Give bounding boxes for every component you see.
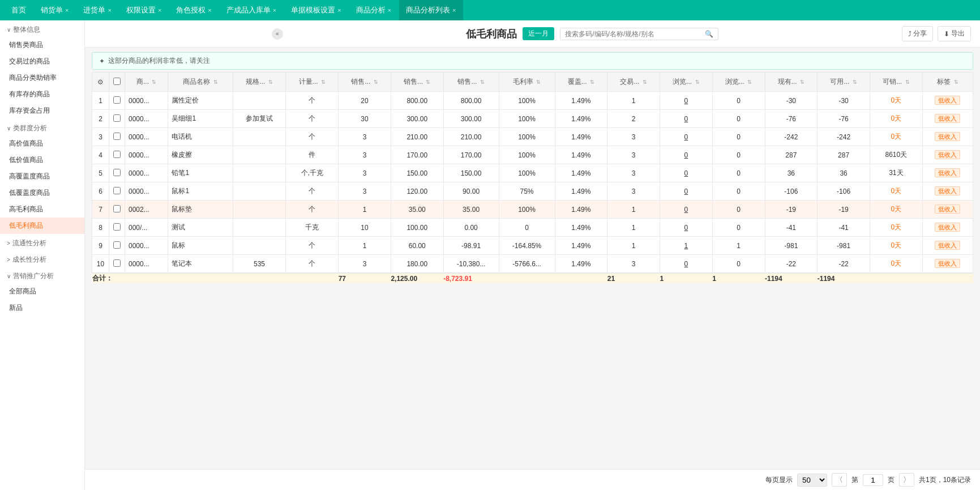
filter-period-button[interactable]: 近一月 xyxy=(523,27,554,40)
sidebar-collapse-button[interactable]: « xyxy=(272,28,283,40)
col-code[interactable]: 商... ⇅ xyxy=(125,73,168,92)
nav-role-auth[interactable]: 角色授权 × xyxy=(169,0,218,20)
sidebar-item-stock-capital[interactable]: 库存资金占用 xyxy=(0,103,84,119)
nav-home[interactable]: 首页 xyxy=(5,0,33,20)
row-sale-qty: 30 xyxy=(339,110,391,128)
close-icon[interactable]: × xyxy=(337,7,341,14)
col-sale-qty[interactable]: 销售... ⇅ xyxy=(339,73,391,92)
col-available[interactable]: 可用... ⇅ xyxy=(818,73,870,92)
page-number-input[interactable] xyxy=(863,474,883,486)
sidebar-group-overall[interactable]: ∨ 整体信息 xyxy=(0,20,84,37)
sidebar-item-high-coverage[interactable]: 高覆盖度商品 xyxy=(0,168,84,185)
close-icon[interactable]: × xyxy=(452,7,456,14)
sidebar-group-flow[interactable]: > 流通性分析 xyxy=(0,234,84,250)
row-name[interactable]: 电话机 xyxy=(168,128,233,146)
row-no: 9 xyxy=(92,237,109,255)
next-page-button[interactable]: 〉 xyxy=(899,473,914,487)
row-name[interactable]: 属性定价 xyxy=(168,92,233,110)
row-checkbox[interactable] xyxy=(109,110,125,128)
row-sellable: 31天 xyxy=(870,164,923,182)
row-sale-qty: 1 xyxy=(339,237,391,255)
sidebar-item-high-margin[interactable]: 高毛利商品 xyxy=(0,201,84,218)
nav-sales-order[interactable]: 销货单 × xyxy=(34,0,75,20)
col-sellable[interactable]: 可销... ⇅ xyxy=(870,73,923,92)
row-checkbox[interactable] xyxy=(109,182,125,201)
row-checkbox[interactable] xyxy=(109,164,125,182)
search-input[interactable] xyxy=(565,30,705,38)
per-page-select[interactable]: 50 10 20 100 xyxy=(797,474,827,487)
row-view1: 0 xyxy=(660,255,713,274)
row-name[interactable]: 测试 xyxy=(168,219,233,237)
share-button[interactable]: ⤴ 分享 xyxy=(902,26,933,41)
sidebar-item-traded-products[interactable]: 交易过的商品 xyxy=(0,53,84,70)
col-trade[interactable]: 交易... ⇅ xyxy=(607,73,660,92)
row-code: 0000... xyxy=(125,110,168,128)
export-button[interactable]: ⬇ 导出 xyxy=(938,26,971,41)
nav-purchase-order[interactable]: 进货单 × xyxy=(76,0,118,20)
row-current: -22 xyxy=(765,255,818,274)
col-view1[interactable]: 浏览... ⇅ xyxy=(660,73,713,92)
table-row: 9 0000... 鼠标 个 1 60.00 -98.91 -164.85% 1… xyxy=(92,237,973,255)
row-name[interactable]: 鼠标1 xyxy=(168,182,233,201)
row-name[interactable]: 吴细细1 xyxy=(168,110,233,128)
close-icon[interactable]: × xyxy=(108,7,111,14)
col-coverage[interactable]: 覆盖... ⇅ xyxy=(555,73,607,92)
sidebar-item-all-products[interactable]: 全部商品 xyxy=(0,283,84,300)
sidebar-item-low-margin[interactable]: 低毛利商品 xyxy=(0,218,84,234)
select-all-checkbox[interactable] xyxy=(113,78,121,85)
row-name[interactable]: 鼠标垫 xyxy=(168,201,233,219)
col-unit[interactable]: 计量... ⇅ xyxy=(286,73,339,92)
col-checkbox[interactable] xyxy=(109,73,125,92)
row-sale-profit: 90.00 xyxy=(443,182,499,201)
pagination-bar: 每页显示 50 10 20 100 〈 第 页 〉 共1页，10条记录 xyxy=(85,469,980,490)
col-settings[interactable]: ⚙ xyxy=(92,73,109,92)
sidebar-item-category-rate[interactable]: 商品分类助销率 xyxy=(0,70,84,86)
sidebar-item-low-value[interactable]: 低价值商品 xyxy=(0,152,84,168)
col-name[interactable]: 商品名称 ⇅ xyxy=(168,73,233,92)
row-checkbox[interactable] xyxy=(109,92,125,110)
col-gross-rate[interactable]: 毛利率 ⇅ xyxy=(499,73,555,92)
sidebar-item-new-products[interactable]: 新品 xyxy=(0,300,84,316)
row-name[interactable]: 鼠标 xyxy=(168,237,233,255)
nav-permission[interactable]: 权限设置 × xyxy=(119,0,168,20)
row-name[interactable]: 铅笔1 xyxy=(168,164,233,182)
sidebar-item-stock-products[interactable]: 有库存的商品 xyxy=(0,86,84,103)
row-checkbox[interactable] xyxy=(109,255,125,274)
col-spec[interactable]: 规格... ⇅ xyxy=(233,73,286,92)
col-sale-profit[interactable]: 销售... ⇅ xyxy=(443,73,499,92)
sidebar-item-sales-products[interactable]: 销售类商品 xyxy=(0,37,84,53)
row-tag: 低收入 xyxy=(922,182,973,201)
close-icon[interactable]: × xyxy=(388,7,391,14)
nav-product-analysis-list[interactable]: 商品分析列表 × xyxy=(399,0,463,20)
nav-product-in[interactable]: 产成品入库单 × xyxy=(220,0,283,20)
col-current[interactable]: 现有... ⇅ xyxy=(765,73,818,92)
sidebar-group-growth[interactable]: > 成长性分析 xyxy=(0,250,84,267)
col-sale-amt[interactable]: 销售... ⇅ xyxy=(391,73,443,92)
sidebar-item-high-value[interactable]: 高价值商品 xyxy=(0,135,84,152)
row-spec xyxy=(233,182,286,201)
row-checkbox[interactable] xyxy=(109,219,125,237)
close-icon[interactable]: × xyxy=(273,7,276,14)
row-sale-profit: 210.00 xyxy=(443,128,499,146)
per-page-label: 每页显示 xyxy=(765,475,793,485)
nav-template[interactable]: 单据模板设置 × xyxy=(284,0,348,20)
row-checkbox[interactable] xyxy=(109,128,125,146)
prev-page-button[interactable]: 〈 xyxy=(832,473,847,487)
search-icon[interactable]: 🔍 xyxy=(705,30,713,38)
sidebar-item-low-coverage[interactable]: 低覆盖度商品 xyxy=(0,185,84,201)
row-checkbox[interactable] xyxy=(109,201,125,219)
close-icon[interactable]: × xyxy=(208,7,211,14)
table-row: 3 0000... 电话机 个 3 210.00 210.00 100% 1.4… xyxy=(92,128,973,146)
row-name[interactable]: 笔记本 xyxy=(168,255,233,274)
close-icon[interactable]: × xyxy=(158,7,161,14)
sidebar-group-marketing[interactable]: ∨ 营销推广分析 xyxy=(0,267,84,283)
row-checkbox[interactable] xyxy=(109,146,125,164)
col-view2[interactable]: 浏览... ⇅ xyxy=(712,73,765,92)
row-checkbox[interactable] xyxy=(109,237,125,255)
row-name[interactable]: 橡皮擦 xyxy=(168,146,233,164)
sidebar-group-cluster[interactable]: ∨ 类群度分析 xyxy=(0,119,84,135)
col-tag[interactable]: 标签 ⇅ xyxy=(922,73,973,92)
close-icon[interactable]: × xyxy=(65,7,69,14)
row-sellable: 0天 xyxy=(870,92,923,110)
nav-product-analysis[interactable]: 商品分析 × xyxy=(349,0,398,20)
